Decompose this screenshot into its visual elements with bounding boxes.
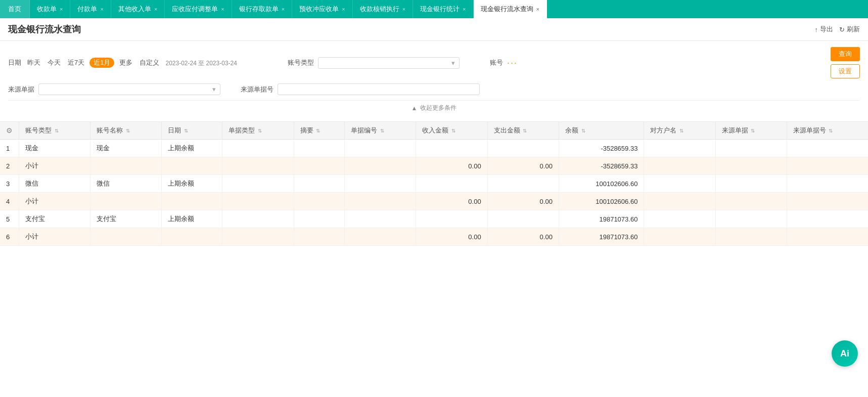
sort-icon: ⇅ <box>55 128 59 134</box>
income-cell: 0.00 <box>416 228 487 246</box>
col-income[interactable]: 收入金额 ⇅ <box>416 122 487 140</box>
close-icon[interactable]: × <box>536 6 539 12</box>
account-name-cell <box>90 228 162 246</box>
export-button[interactable]: ↑ 导出 <box>815 25 834 34</box>
tab-yushou[interactable]: 预收冲应收单 × <box>292 0 352 18</box>
source-doc-no-filter-group: 来源单据号 <box>241 83 480 95</box>
today-shortcut[interactable]: 今天 <box>45 58 63 68</box>
gear-icon[interactable]: ⚙ <box>6 126 13 135</box>
source-doc-label: 来源单据 <box>8 85 34 94</box>
tab-shoukuan[interactable]: 收款单 × <box>30 0 70 18</box>
col-date[interactable]: 日期 ⇅ <box>162 122 222 140</box>
query-button[interactable]: 查询 <box>831 47 860 61</box>
collapse-toggle[interactable]: ▲ 收起更多条件 <box>8 100 860 115</box>
page-header: 现金银行流水查询 ↑ 导出 ↻ 刷新 <box>0 18 868 41</box>
source-no-cell <box>787 157 868 175</box>
close-icon[interactable]: × <box>60 6 63 12</box>
account-type-cell: 小计 <box>19 193 90 210</box>
col-counterpart[interactable]: 对方户名 ⇅ <box>644 122 715 140</box>
col-account-name[interactable]: 账号名称 ⇅ <box>90 122 162 140</box>
col-account-type[interactable]: 账号类型 ⇅ <box>19 122 90 140</box>
collapse-up-icon: ▲ <box>412 105 418 112</box>
tab-label: 其他收入单 <box>118 5 151 14</box>
expense-cell <box>487 140 559 157</box>
account-dots-button[interactable]: ··· <box>507 58 518 68</box>
sort-icon: ⇅ <box>126 128 130 134</box>
nav-home[interactable]: 首页 <box>0 0 30 18</box>
account-filter-group: 账号 ··· <box>490 58 518 68</box>
col-settings[interactable]: ⚙ <box>0 122 19 140</box>
source-doc-select[interactable]: ▾ <box>38 83 220 95</box>
close-icon[interactable]: × <box>282 6 285 12</box>
source-doc-no-label: 来源单据号 <box>241 85 273 94</box>
tab-liushui[interactable]: 现金银行流水查询 × <box>474 0 547 18</box>
doc-type-cell <box>222 228 294 246</box>
tab-label: 现金银行流水查询 <box>481 5 533 14</box>
tab-yingshou[interactable]: 应收应付调整单 × <box>165 0 232 18</box>
tab-label: 预收冲应收单 <box>299 5 339 14</box>
source-doc-filter-group: 来源单据 ▾ <box>8 83 220 95</box>
tab-label: 付款单 <box>77 5 97 14</box>
income-cell <box>416 210 487 228</box>
expense-cell: 0.00 <box>487 157 559 175</box>
close-icon[interactable]: × <box>221 6 224 12</box>
sort-icon: ⇅ <box>451 128 455 134</box>
source-doc-cell <box>715 193 787 210</box>
col-source-no[interactable]: 来源单据号 ⇅ <box>787 122 868 140</box>
account-name-cell: 微信 <box>90 175 162 193</box>
col-summary[interactable]: 摘要 ⇅ <box>294 122 345 140</box>
ai-badge[interactable]: Ai <box>832 340 858 367</box>
table-row: 4小计0.000.00100102606.60 <box>0 193 868 210</box>
tab-shoukuan2[interactable]: 收款核销执行 × <box>353 0 413 18</box>
last1m-shortcut[interactable]: 近1月 <box>89 58 114 68</box>
account-type-cell: 现金 <box>19 140 90 157</box>
row-num: 6 <box>0 228 19 246</box>
tab-label: 收款单 <box>37 5 57 14</box>
doc-no-cell <box>345 193 416 210</box>
settings-button[interactable]: 设置 <box>831 64 860 78</box>
balance-cell: 100102606.60 <box>559 175 644 193</box>
doc-type-cell <box>222 193 294 210</box>
col-doc-no[interactable]: 单据编号 ⇅ <box>345 122 416 140</box>
page-title: 现金银行流水查询 <box>8 23 81 35</box>
close-icon[interactable]: × <box>342 6 345 12</box>
close-icon[interactable]: × <box>154 6 157 12</box>
account-type-cell: 支付宝 <box>19 210 90 228</box>
tab-tongji[interactable]: 现金银行统计 × <box>413 0 473 18</box>
data-table: ⚙ 账号类型 ⇅ 账号名称 ⇅ 日期 ⇅ 单据类型 <box>0 122 868 246</box>
more-shortcut[interactable]: 更多 <box>117 58 134 68</box>
col-doc-type[interactable]: 单据类型 ⇅ <box>222 122 294 140</box>
refresh-icon: ↻ <box>839 26 845 33</box>
doc-type-cell <box>222 210 294 228</box>
source-doc-no-input[interactable] <box>278 83 480 95</box>
sort-icon: ⇅ <box>829 128 833 134</box>
account-name-cell: 现金 <box>90 140 162 157</box>
sort-icon: ⇅ <box>184 128 188 134</box>
table-row: 3微信微信上期余额100102606.60 <box>0 175 868 193</box>
summary-cell <box>294 228 345 246</box>
doc-type-cell <box>222 157 294 175</box>
close-icon[interactable]: × <box>463 6 466 12</box>
tab-qita[interactable]: 其他收入单 × <box>111 0 165 18</box>
tab-fukuan[interactable]: 付款单 × <box>70 0 111 18</box>
expense-cell: 0.00 <box>487 193 559 210</box>
custom-shortcut[interactable]: 自定义 <box>138 58 161 68</box>
date-label: 日期 <box>8 58 21 67</box>
last7-shortcut[interactable]: 近7天 <box>66 58 86 68</box>
refresh-label: 刷新 <box>847 25 860 34</box>
yesterday-shortcut[interactable]: 昨天 <box>25 58 42 68</box>
col-expense[interactable]: 支出金额 ⇅ <box>487 122 559 140</box>
source-doc-cell <box>715 175 787 193</box>
close-icon[interactable]: × <box>402 6 405 12</box>
tab-yinhang[interactable]: 银行存取款单 × <box>232 0 292 18</box>
col-balance[interactable]: 余额 ⇅ <box>559 122 644 140</box>
doc-no-cell <box>345 228 416 246</box>
close-icon[interactable]: × <box>100 6 103 12</box>
tab-label: 现金银行统计 <box>420 5 460 14</box>
doc-no-cell <box>345 140 416 157</box>
col-source-doc[interactable]: 来源单据 ⇅ <box>715 122 787 140</box>
account-type-select[interactable]: ▾ <box>318 57 460 69</box>
balance-cell: -3528659.33 <box>559 140 644 157</box>
filter-row-2: 来源单据 ▾ 来源单据号 <box>8 83 860 95</box>
refresh-button[interactable]: ↻ 刷新 <box>839 25 860 34</box>
